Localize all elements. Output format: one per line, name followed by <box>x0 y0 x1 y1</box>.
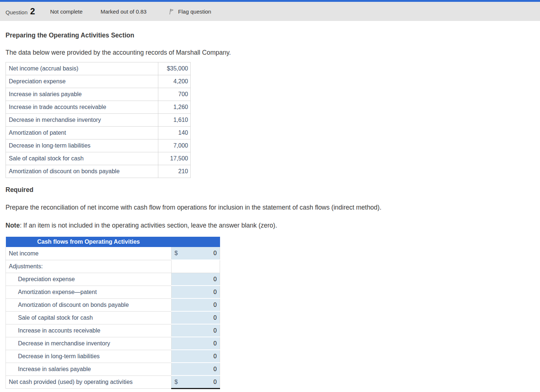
data-value: 210 <box>158 165 191 178</box>
input-value: 0 <box>213 315 217 321</box>
note-text: Note: If an item is not included in the … <box>6 221 534 230</box>
answer-row: Net income $ 0 <box>6 247 220 260</box>
required-text: Prepare the reconciliation of net income… <box>6 203 534 212</box>
currency-symbol: $ <box>174 250 178 257</box>
answer-row: Amortization expense—patent 0 <box>6 286 220 298</box>
data-value: $35,000 <box>158 62 191 75</box>
input-value: 0 <box>213 327 217 334</box>
answer-row: Increase in salaries payable 0 <box>6 363 220 375</box>
data-value: 1,610 <box>158 113 191 126</box>
answer-row-label: Depreciation expense <box>6 273 172 286</box>
table-row: Increase in salaries payable 700 <box>6 88 191 101</box>
answer-row-label: Decrease in merchandise inventory <box>6 337 172 350</box>
answer-row: Adjustments: <box>6 260 220 273</box>
data-label: Increase in salaries payable <box>6 88 158 101</box>
input-value: 0 <box>213 250 217 257</box>
table-row: Decrease in merchandise inventory 1,610 <box>6 113 191 126</box>
decrease-merchandise-inventory-input[interactable]: 0 <box>172 337 220 350</box>
answer-table: Cash flows from Operating Activities Net… <box>6 237 220 389</box>
depreciation-expense-input[interactable]: 0 <box>172 273 220 286</box>
table-row: Amortization of discount on bonds payabl… <box>6 165 191 178</box>
table-row: Increase in trade accounts receivable 1,… <box>6 101 191 113</box>
answer-row-label: Amortization of discount on bonds payabl… <box>6 298 172 311</box>
answer-row: Decrease in merchandise inventory 0 <box>6 337 220 350</box>
sale-capital-stock-input[interactable]: 0 <box>172 311 220 324</box>
answer-row-label: Sale of capital stock for cash <box>6 311 172 324</box>
data-value: 140 <box>158 126 191 139</box>
data-table: Net income (accrual basis) $35,000 Depre… <box>6 62 191 178</box>
question-label: Question <box>6 9 28 15</box>
required-heading: Required <box>6 186 534 194</box>
input-value: 0 <box>213 379 217 385</box>
answer-row: Increase in accounts receivable 0 <box>6 324 220 337</box>
answer-table-header-row: Cash flows from Operating Activities <box>6 237 220 247</box>
note-label: Note <box>6 222 20 229</box>
input-value: 0 <box>213 366 217 373</box>
adjustments-spacer-cell <box>172 260 220 273</box>
note-rest: : If an item is not included in the oper… <box>20 222 277 229</box>
table-row: Depreciation expense 4,200 <box>6 75 191 88</box>
input-value: 0 <box>213 340 217 347</box>
input-value: 0 <box>213 276 217 283</box>
table-row: Net income (accrual basis) $35,000 <box>6 62 191 75</box>
page-title: Preparing the Operating Activities Secti… <box>6 32 534 39</box>
answer-row: Sale of capital stock for cash 0 <box>6 311 220 324</box>
table-row: Amortization of patent 140 <box>6 126 191 139</box>
decrease-long-term-liabilities-input[interactable]: 0 <box>172 350 220 363</box>
table-row: Decrease in long-term liabilities 7,000 <box>6 139 191 152</box>
question-id: Question 2 <box>6 7 35 16</box>
intro-text: The data below were provided by the acco… <box>6 48 534 57</box>
answer-row-label: Net income <box>6 247 172 260</box>
answer-row: Decrease in long-term liabilities 0 <box>6 350 220 363</box>
input-value: 0 <box>213 302 217 308</box>
amortization-discount-input[interactable]: 0 <box>172 298 220 311</box>
flag-question-link[interactable]: Flag question <box>168 8 211 15</box>
answer-row: Amortization of discount on bonds payabl… <box>6 298 220 311</box>
answer-row-label: Decrease in long-term liabilities <box>6 350 172 363</box>
input-value: 0 <box>213 353 217 360</box>
data-label: Depreciation expense <box>6 75 158 88</box>
question-body: Preparing the Operating Activities Secti… <box>0 32 540 392</box>
answer-row: Depreciation expense 0 <box>6 273 220 286</box>
data-value: 700 <box>158 88 191 101</box>
answer-row-label: Adjustments: <box>6 260 172 273</box>
data-value: 1,260 <box>158 101 191 113</box>
increase-accounts-receivable-input[interactable]: 0 <box>172 324 220 337</box>
answer-row-label: Amortization expense—patent <box>6 286 172 298</box>
answer-row-label: Net cash provided (used) by operating ac… <box>6 375 172 388</box>
data-label: Decrease in merchandise inventory <box>6 113 158 126</box>
question-header: Question 2 Not complete Marked out of 0.… <box>0 2 540 21</box>
question-status: Not complete <box>50 8 82 15</box>
data-value: 17,500 <box>158 152 191 165</box>
flag-icon <box>168 8 175 15</box>
data-label: Sale of capital stock for cash <box>6 152 158 165</box>
question-grade: Marked out of 0.83 <box>101 8 147 15</box>
increase-salaries-payable-input[interactable]: 0 <box>172 363 220 375</box>
input-value: 0 <box>213 289 217 295</box>
answer-row-label: Increase in accounts receivable <box>6 324 172 337</box>
data-value: 4,200 <box>158 75 191 88</box>
currency-symbol: $ <box>174 379 178 385</box>
data-label: Increase in trade accounts receivable <box>6 101 158 113</box>
data-value: 7,000 <box>158 139 191 152</box>
data-label: Net income (accrual basis) <box>6 62 158 75</box>
answer-row: Net cash provided (used) by operating ac… <box>6 375 220 388</box>
answer-row-label: Increase in salaries payable <box>6 363 172 375</box>
data-label: Amortization of patent <box>6 126 158 139</box>
flag-question-label: Flag question <box>178 8 211 15</box>
net-cash-operating-input[interactable]: $ 0 <box>172 375 220 388</box>
table-row: Sale of capital stock for cash 17,500 <box>6 152 191 165</box>
answer-table-title: Cash flows from Operating Activities <box>6 237 220 247</box>
net-income-input[interactable]: $ 0 <box>172 247 220 260</box>
question-number: 2 <box>30 7 35 16</box>
data-label: Amortization of discount on bonds payabl… <box>6 165 158 178</box>
amortization-patent-input[interactable]: 0 <box>172 286 220 298</box>
data-label: Decrease in long-term liabilities <box>6 139 158 152</box>
